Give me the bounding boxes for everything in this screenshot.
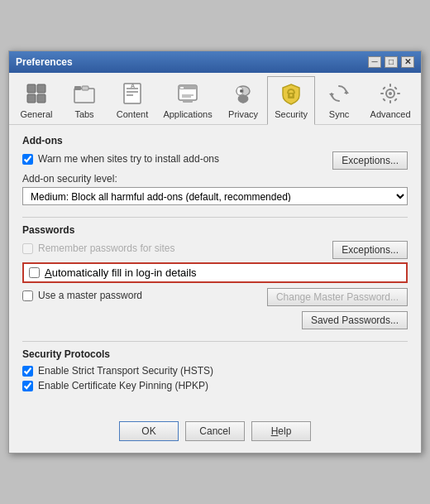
- tab-privacy[interactable]: Privacy: [219, 76, 267, 124]
- content-area: Add-ons Warn me when sites try to instal…: [9, 125, 421, 413]
- addons-section: Add-ons Warn me when sites try to instal…: [22, 135, 408, 205]
- tab-content-label: Content: [117, 109, 149, 119]
- passwords-title: Passwords: [22, 224, 408, 236]
- tabs-icon: [71, 80, 98, 107]
- addons-warn-checkbox-row: Warn me when sites try to install add-on…: [22, 153, 219, 165]
- svg-rect-0: [27, 84, 36, 93]
- protocols-section: Security Protocols Enable Strict Transpo…: [22, 348, 408, 391]
- saved-passwords-button[interactable]: Saved Passwords...: [302, 311, 408, 329]
- tab-sync[interactable]: Sync: [315, 76, 363, 124]
- addons-exceptions-button[interactable]: Exceptions...: [332, 151, 408, 170]
- svg-rect-2: [27, 94, 36, 103]
- tab-security-label: Security: [275, 109, 308, 119]
- svg-point-22: [290, 94, 293, 97]
- svg-point-20: [240, 89, 243, 93]
- maximize-button[interactable]: □: [385, 56, 398, 68]
- sync-icon: [326, 80, 352, 107]
- svg-marker-23: [344, 90, 349, 94]
- hsts-label: Enable Strict Transport Security (HSTS): [38, 365, 213, 377]
- svg-rect-14: [180, 87, 184, 89]
- passwords-exceptions-button[interactable]: Exceptions...: [332, 241, 408, 259]
- hsts-checkbox[interactable]: [22, 366, 33, 377]
- applications-icon: [174, 80, 201, 107]
- svg-rect-6: [82, 86, 88, 90]
- hpkp-checkbox[interactable]: [22, 381, 33, 391]
- addons-security-level-label: Add-on security level:: [22, 173, 408, 185]
- svg-rect-4: [74, 89, 94, 103]
- tab-content[interactable]: A Content: [108, 76, 156, 124]
- svg-rect-32: [394, 86, 397, 89]
- passwords-remember-label: Remember passwords for sites: [38, 242, 174, 254]
- svg-rect-3: [37, 94, 45, 103]
- tab-tabs-label: Tabs: [74, 109, 93, 119]
- master-pwd-checkbox-row: Use a master password: [22, 290, 142, 301]
- preferences-window: Preferences ─ □ ✕ General: [8, 50, 422, 454]
- addons-security-level-row: Add-on security level: Medium: Block all…: [22, 173, 408, 205]
- security-icon: [278, 80, 304, 107]
- general-icon: [23, 80, 50, 107]
- title-bar: Preferences ─ □ ✕: [9, 51, 421, 73]
- svg-rect-30: [397, 93, 400, 94]
- svg-rect-31: [382, 86, 385, 89]
- help-button[interactable]: Help: [251, 421, 311, 441]
- svg-rect-34: [394, 98, 397, 101]
- addons-warn-checkbox[interactable]: [22, 154, 33, 165]
- tab-tabs[interactable]: Tabs: [60, 76, 108, 124]
- master-pwd-row: Use a master password Change Master Pass…: [22, 288, 408, 306]
- tab-general[interactable]: General: [12, 76, 60, 124]
- content-icon: A: [119, 80, 146, 107]
- tab-applications[interactable]: Applications: [156, 76, 219, 124]
- toolbar: General Tabs A Co: [9, 73, 421, 125]
- addons-security-level-select[interactable]: Medium: Block all harmful add-ons (defau…: [22, 187, 408, 205]
- title-bar-buttons: ─ □ ✕: [368, 56, 414, 68]
- close-button[interactable]: ✕: [401, 56, 414, 68]
- addons-title: Add-ons: [22, 135, 408, 146]
- minimize-button[interactable]: ─: [368, 56, 381, 68]
- footer: OK Cancel Help: [9, 413, 421, 453]
- svg-rect-1: [37, 84, 45, 93]
- svg-text:A: A: [131, 83, 135, 89]
- autofill-highlighted-row: Automatically fill in log-in details: [22, 262, 408, 283]
- addons-warn-label: Warn me when sites try to install add-on…: [38, 153, 219, 165]
- ok-button[interactable]: OK: [119, 421, 179, 441]
- svg-rect-17: [183, 100, 193, 103]
- tab-advanced-label: Advanced: [370, 109, 411, 119]
- svg-rect-5: [74, 86, 81, 90]
- svg-marker-24: [329, 94, 334, 97]
- master-pwd-checkbox[interactable]: [22, 290, 33, 301]
- master-pwd-label: Use a master password: [38, 290, 142, 301]
- hpkp-label: Enable Certificate Key Pinning (HPKP): [38, 380, 208, 391]
- protocols-title: Security Protocols: [22, 348, 408, 360]
- change-master-pwd-button[interactable]: Change Master Password...: [267, 288, 408, 306]
- svg-rect-33: [382, 98, 385, 101]
- cancel-button[interactable]: Cancel: [185, 421, 245, 441]
- tab-advanced[interactable]: Advanced: [363, 76, 418, 124]
- tab-sync-label: Sync: [329, 109, 349, 119]
- autofill-checkbox[interactable]: [29, 267, 40, 278]
- divider-1: [22, 217, 408, 218]
- hpkp-checkbox-row: Enable Certificate Key Pinning (HPKP): [22, 380, 408, 391]
- svg-rect-27: [389, 84, 391, 87]
- privacy-icon: [230, 80, 256, 107]
- passwords-remember-row: Remember passwords for sites Exceptions.…: [22, 241, 408, 259]
- saved-pwd-row: Saved Passwords...: [22, 311, 408, 329]
- addons-warn-row: Warn me when sites try to install add-on…: [22, 151, 408, 170]
- tab-privacy-label: Privacy: [228, 109, 258, 119]
- window-title: Preferences: [16, 56, 73, 68]
- passwords-remember-checkbox-row: Remember passwords for sites: [22, 242, 174, 254]
- autofill-label: Automatically fill in log-in details: [45, 266, 197, 279]
- divider-2: [22, 341, 408, 342]
- tab-general-label: General: [20, 109, 52, 119]
- advanced-icon: [377, 80, 404, 107]
- passwords-remember-checkbox[interactable]: [22, 243, 33, 254]
- svg-rect-28: [389, 100, 391, 103]
- tab-applications-label: Applications: [163, 109, 212, 119]
- passwords-section: Passwords Remember passwords for sites E…: [22, 224, 408, 329]
- svg-point-26: [389, 92, 392, 95]
- hsts-checkbox-row: Enable Strict Transport Security (HSTS): [22, 365, 408, 377]
- tab-security[interactable]: Security: [267, 76, 315, 125]
- svg-rect-29: [380, 93, 384, 94]
